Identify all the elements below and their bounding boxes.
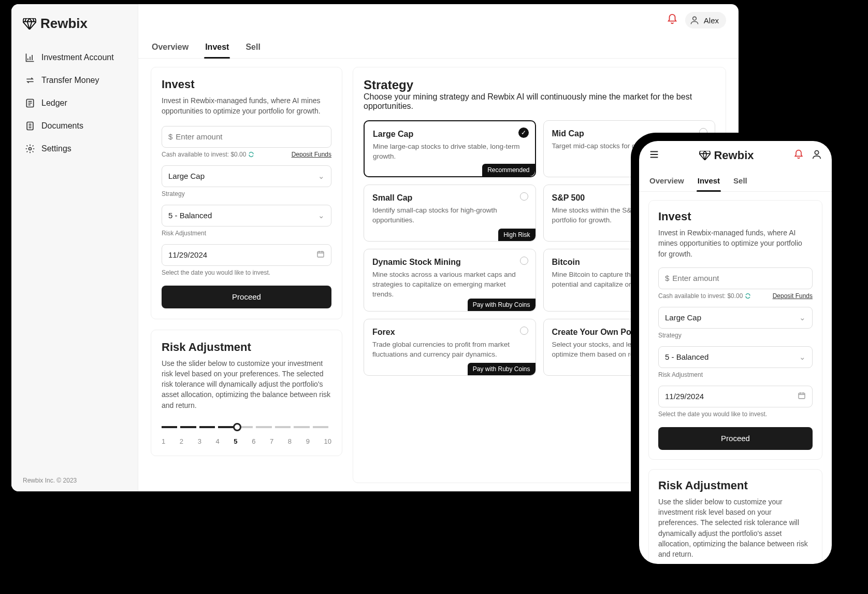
refresh-icon[interactable] bbox=[248, 151, 254, 158]
mobile-cash-hint: Cash available to invest: $0.00 bbox=[658, 292, 743, 300]
radio-icon bbox=[520, 257, 528, 265]
risk-slider[interactable]: 1 2 3 4 5 6 7 8 9 10 bbox=[162, 420, 331, 445]
date-input[interactable]: 11/29/2024 bbox=[162, 244, 331, 266]
mobile-tab-invest[interactable]: Invest bbox=[697, 170, 721, 191]
strategy-tag: Pay with Ruby Coins bbox=[468, 363, 536, 375]
mobile-proceed-button[interactable]: Proceed bbox=[658, 427, 813, 450]
strategy-small-cap[interactable]: Small Cap Identify small-cap stocks for … bbox=[364, 185, 536, 242]
dollar-icon: $ bbox=[168, 132, 172, 141]
sidebar-item-label: Ledger bbox=[41, 98, 67, 108]
svg-point-3 bbox=[692, 17, 696, 20]
sidebar-item-settings[interactable]: Settings bbox=[16, 137, 134, 160]
sidebar-item-transfer-money[interactable]: Transfer Money bbox=[16, 69, 134, 92]
chevron-down-icon: ⌄ bbox=[799, 313, 806, 322]
svg-point-5 bbox=[815, 151, 818, 154]
tab-invest[interactable]: Invest bbox=[204, 36, 230, 58]
chart-icon bbox=[25, 52, 35, 63]
sidebar-item-label: Settings bbox=[41, 144, 71, 153]
mobile-topbar: Rewbix bbox=[639, 141, 832, 170]
user-menu[interactable]: Alex bbox=[685, 12, 726, 29]
deposit-funds-link[interactable]: Deposit Funds bbox=[292, 151, 331, 158]
amount-input[interactable]: $ bbox=[162, 126, 331, 148]
mobile-strategy-hint: Strategy bbox=[658, 332, 813, 339]
proceed-button[interactable]: Proceed bbox=[162, 286, 331, 308]
documents-icon bbox=[25, 121, 35, 131]
slider-labels: 1 2 3 4 5 6 7 8 9 10 bbox=[162, 437, 331, 445]
strategy-hint: Strategy bbox=[162, 190, 331, 197]
strategy-tag: Recommended bbox=[482, 164, 534, 176]
mobile-date-input[interactable]: 11/29/2024 bbox=[658, 386, 813, 407]
risk-select[interactable]: 5 - Balanced ⌄ bbox=[162, 205, 331, 227]
mobile-tab-overview[interactable]: Overview bbox=[648, 170, 685, 191]
user-icon bbox=[689, 15, 700, 25]
mobile-risk-subtitle: Use the slider below to customize your i… bbox=[658, 497, 813, 560]
strategy-title: Strategy bbox=[364, 78, 715, 92]
radio-icon bbox=[520, 192, 528, 201]
date-value: 11/29/2024 bbox=[168, 250, 207, 259]
tab-overview[interactable]: Overview bbox=[151, 36, 190, 58]
gear-icon bbox=[25, 144, 35, 154]
strategy-value: Large Cap bbox=[168, 172, 205, 180]
mobile-risk-select[interactable]: 5 - Balanced ⌄ bbox=[658, 346, 813, 368]
slider-thumb[interactable] bbox=[233, 423, 241, 431]
sidebar-item-label: Transfer Money bbox=[41, 76, 99, 85]
mobile-risk-title: Risk Adjustment bbox=[658, 479, 813, 492]
sidebar: Rewbix Investment Account Transfer Money… bbox=[11, 4, 138, 491]
mobile-content: Invest Invest in Rewbix-managed funds, w… bbox=[639, 192, 832, 564]
bell-icon[interactable] bbox=[667, 13, 678, 27]
ledger-icon bbox=[25, 98, 35, 108]
tabs: Overview Invest Sell bbox=[138, 36, 739, 59]
sidebar-item-investment-account[interactable]: Investment Account bbox=[16, 46, 134, 69]
mobile-strategy-select[interactable]: Large Cap ⌄ bbox=[658, 307, 813, 329]
mobile-invest-card: Invest Invest in Rewbix-managed funds, w… bbox=[648, 200, 822, 460]
chevron-down-icon: ⌄ bbox=[799, 352, 806, 362]
mobile-device-frame: Rewbix Overview Invest Sell Invest Inves… bbox=[631, 133, 840, 572]
mobile-deposit-link[interactable]: Deposit Funds bbox=[773, 292, 813, 300]
amount-input-field[interactable] bbox=[176, 132, 325, 141]
mobile-amount-input-field[interactable] bbox=[672, 274, 806, 282]
mobile-tab-sell[interactable]: Sell bbox=[732, 170, 748, 191]
svg-rect-4 bbox=[317, 251, 324, 257]
mobile-amount-input[interactable]: $ bbox=[658, 267, 813, 289]
sidebar-item-ledger[interactable]: Ledger bbox=[16, 92, 134, 115]
brand: Rewbix bbox=[11, 16, 138, 46]
menu-icon[interactable] bbox=[648, 149, 660, 162]
strategy-forex[interactable]: Forex Trade global currencies to profit … bbox=[364, 319, 536, 376]
brand-name: Rewbix bbox=[40, 16, 88, 32]
sidebar-item-documents[interactable]: Documents bbox=[16, 115, 134, 137]
strategy-subtitle: Choose your mining strategy and Rewbix A… bbox=[364, 92, 715, 111]
strategy-tag: Pay with Ruby Coins bbox=[468, 299, 536, 311]
invest-title: Invest bbox=[162, 78, 331, 91]
mobile-tabs: Overview Invest Sell bbox=[639, 170, 832, 192]
risk-card: Risk Adjustment Use the slider below to … bbox=[151, 330, 342, 456]
sidebar-item-label: Investment Account bbox=[41, 53, 114, 62]
calendar-icon bbox=[798, 391, 806, 401]
strategy-select[interactable]: Large Cap ⌄ bbox=[162, 165, 331, 187]
chevron-down-icon: ⌄ bbox=[318, 211, 325, 220]
sidebar-item-label: Documents bbox=[41, 121, 83, 131]
strategy-tag: High Risk bbox=[498, 229, 535, 241]
user-icon[interactable] bbox=[811, 149, 822, 162]
topbar: Alex bbox=[138, 4, 739, 36]
refresh-icon[interactable] bbox=[745, 293, 751, 299]
risk-subtitle: Use the slider below to customize your i… bbox=[162, 358, 331, 411]
mobile-brand: Rewbix bbox=[699, 149, 754, 162]
check-icon bbox=[518, 128, 529, 138]
svg-rect-6 bbox=[799, 393, 805, 399]
strategy-dynamic[interactable]: Dynamic Stock Mining Mine stocks across … bbox=[364, 249, 536, 312]
cash-available-hint: Cash available to invest: $0.00 bbox=[162, 151, 246, 158]
radio-icon bbox=[520, 327, 528, 335]
svg-point-2 bbox=[29, 148, 32, 150]
risk-value: 5 - Balanced bbox=[168, 211, 212, 220]
transfer-icon bbox=[25, 75, 35, 86]
tab-sell[interactable]: Sell bbox=[244, 36, 261, 58]
risk-title: Risk Adjustment bbox=[162, 341, 331, 354]
bell-icon[interactable] bbox=[793, 149, 804, 162]
chevron-down-icon: ⌄ bbox=[318, 172, 325, 181]
mobile-screen: Rewbix Overview Invest Sell Invest Inves… bbox=[639, 141, 832, 564]
dollar-icon: $ bbox=[665, 274, 669, 282]
mobile-risk-hint: Risk Adjustment bbox=[658, 371, 813, 378]
mobile-invest-subtitle: Invest in Rewbix-managed funds, where AI… bbox=[658, 228, 813, 259]
strategy-large-cap[interactable]: Large Cap Mine large-cap stocks to drive… bbox=[364, 120, 536, 177]
sidebar-footer: Rewbix Inc. © 2023 bbox=[11, 477, 138, 484]
